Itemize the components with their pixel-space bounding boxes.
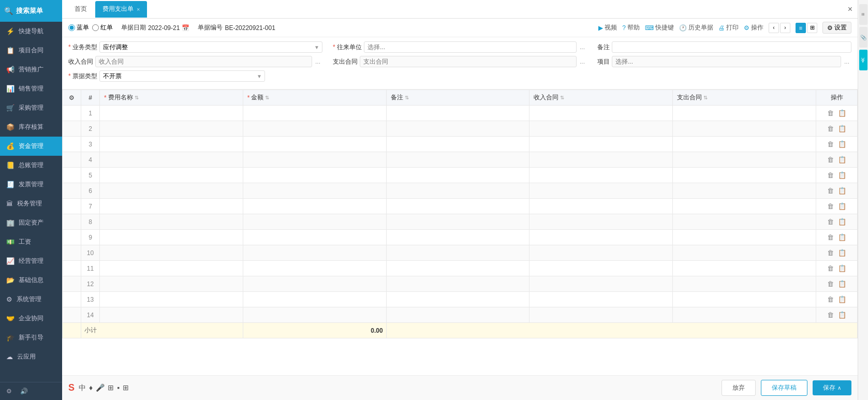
row-remark-cell[interactable] xyxy=(386,199,529,214)
income-contract-input[interactable] xyxy=(95,56,312,67)
red-bill-radio[interactable]: 红单 xyxy=(92,23,113,32)
row-remark-cell[interactable] xyxy=(386,276,529,292)
table-settings-icon[interactable]: ⚙ xyxy=(69,94,75,101)
row-income-contract-cell[interactable] xyxy=(529,214,673,230)
row-amount-cell[interactable] xyxy=(243,183,386,199)
counterpart-dots[interactable]: ... xyxy=(578,43,587,51)
print-btn[interactable]: 🖨 打印 xyxy=(718,23,739,32)
shortcut-btn[interactable]: ⌨ 快捷键 xyxy=(645,23,674,32)
settings-btn[interactable]: ⚙ 设置 xyxy=(822,22,851,34)
sidebar-item-basic-info[interactable]: 📂 基础信息 xyxy=(0,271,62,290)
row-income-contract-cell[interactable] xyxy=(529,183,673,199)
row-expense-contract-cell[interactable] xyxy=(673,121,816,137)
row-remark-cell[interactable] xyxy=(386,245,529,261)
row-amount-cell[interactable] xyxy=(243,168,386,183)
income-contract-dots[interactable]: ... xyxy=(313,58,322,65)
right-btn-2[interactable]: 📎 xyxy=(859,27,867,48)
row-copy-icon[interactable]: 📋 xyxy=(837,217,847,227)
sidebar-item-ledger[interactable]: 📒 总账管理 xyxy=(0,156,62,175)
tab-close-icon[interactable]: × xyxy=(137,6,140,12)
right-btn-1[interactable]: ≡ xyxy=(859,4,867,25)
counterpart-input[interactable] xyxy=(364,41,577,53)
business-type-select[interactable]: 应付调整 xyxy=(99,41,322,53)
row-remark-cell[interactable] xyxy=(386,214,529,230)
sidebar-item-cloud[interactable]: ☁ 云应用 xyxy=(0,347,62,366)
sidebar-item-fixed-assets[interactable]: 🏢 固定资产 xyxy=(0,213,62,232)
sidebar-item-capital[interactable]: 💰 资金管理 xyxy=(0,137,62,156)
calendar-icon[interactable]: 📅 xyxy=(182,24,189,32)
row-expense-contract-cell[interactable] xyxy=(673,230,816,245)
row-delete-icon[interactable]: 🗑 xyxy=(826,248,835,258)
row-expense-contract-cell[interactable] xyxy=(673,261,816,276)
abandon-button[interactable]: 放弃 xyxy=(722,380,756,396)
row-delete-icon[interactable]: 🗑 xyxy=(826,232,835,242)
sidebar-item-salary[interactable]: 💵 工资 xyxy=(0,232,62,251)
row-remark-cell[interactable] xyxy=(386,121,529,137)
nav-next-btn[interactable]: › xyxy=(780,23,790,33)
row-remark-cell[interactable] xyxy=(386,292,529,307)
sidebar-item-sys[interactable]: ⚙ 系统管理 xyxy=(0,290,62,309)
row-income-contract-cell[interactable] xyxy=(529,307,673,323)
row-amount-cell[interactable] xyxy=(243,292,386,307)
tab-expense[interactable]: 费用支出单 × xyxy=(95,1,147,18)
logo-icon-1[interactable]: 中 xyxy=(79,383,86,393)
history-btn[interactable]: 🕐 历史单据 xyxy=(679,23,713,32)
row-income-contract-cell[interactable] xyxy=(529,152,673,168)
col-settings-header[interactable]: ⚙ xyxy=(63,90,81,106)
row-expense-contract-cell[interactable] xyxy=(673,106,816,121)
remark-input[interactable] xyxy=(612,41,851,53)
row-remark-cell[interactable] xyxy=(386,307,529,323)
col-expense-name-header[interactable]: * 费用名称 ⇅ xyxy=(100,90,243,106)
row-amount-cell[interactable] xyxy=(243,245,386,261)
row-delete-icon[interactable]: 🗑 xyxy=(826,294,835,304)
sidebar-item-marketing[interactable]: 📢 营销推广 xyxy=(0,60,62,79)
row-delete-icon[interactable]: 🗑 xyxy=(826,263,835,273)
row-income-contract-cell[interactable] xyxy=(529,292,673,307)
row-delete-icon[interactable]: 🗑 xyxy=(826,139,835,149)
logo-icon-6[interactable]: ⊞ xyxy=(123,383,129,393)
row-income-contract-cell[interactable] xyxy=(529,121,673,137)
row-expense-contract-cell[interactable] xyxy=(673,168,816,183)
row-expense-contract-cell[interactable] xyxy=(673,245,816,261)
row-amount-cell[interactable] xyxy=(243,307,386,323)
row-delete-icon[interactable]: 🗑 xyxy=(826,155,835,165)
sidebar-search[interactable]: 🔍 搜索菜单 xyxy=(0,0,62,22)
sidebar-item-enterprise[interactable]: 🤝 企业协同 xyxy=(0,309,62,328)
row-expense-contract-cell[interactable] xyxy=(673,307,816,323)
sidebar-item-newbie[interactable]: 🎓 新手引导 xyxy=(0,328,62,347)
row-expense-name-cell[interactable] xyxy=(100,106,243,121)
row-delete-icon[interactable]: 🗑 xyxy=(826,186,835,196)
row-amount-cell[interactable] xyxy=(243,152,386,168)
sidebar-item-inventory[interactable]: 📦 库存核算 xyxy=(0,117,62,137)
expense-contract-dots[interactable]: ... xyxy=(578,58,587,65)
row-expense-name-cell[interactable] xyxy=(100,137,243,152)
row-remark-cell[interactable] xyxy=(386,230,529,245)
row-amount-cell[interactable] xyxy=(243,214,386,230)
row-income-contract-cell[interactable] xyxy=(529,168,673,183)
row-copy-icon[interactable]: 📋 xyxy=(837,201,847,211)
logo-icon-3[interactable]: 🎤 xyxy=(96,383,105,393)
project-dots[interactable]: ... xyxy=(842,58,851,65)
row-remark-cell[interactable] xyxy=(386,152,529,168)
row-copy-icon[interactable]: 📋 xyxy=(837,155,847,165)
sidebar-item-purchase[interactable]: 🛒 采购管理 xyxy=(0,98,62,117)
row-amount-cell[interactable] xyxy=(243,199,386,214)
actions-btn[interactable]: ⚙ 操作 xyxy=(744,23,763,32)
row-delete-icon[interactable]: 🗑 xyxy=(826,217,835,227)
row-expense-contract-cell[interactable] xyxy=(673,137,816,152)
row-expense-name-cell[interactable] xyxy=(100,276,243,292)
blue-bill-radio[interactable]: 蓝单 xyxy=(68,23,89,32)
row-remark-cell[interactable] xyxy=(386,183,529,199)
row-income-contract-cell[interactable] xyxy=(529,106,673,121)
save-button[interactable]: 保存 ∧ xyxy=(813,380,851,395)
invoice-type-select[interactable]: 不开票 xyxy=(99,70,265,82)
row-expense-name-cell[interactable] xyxy=(100,199,243,214)
row-income-contract-cell[interactable] xyxy=(529,245,673,261)
row-remark-cell[interactable] xyxy=(386,261,529,276)
row-income-contract-cell[interactable] xyxy=(529,199,673,214)
row-remark-cell[interactable] xyxy=(386,106,529,121)
row-amount-cell[interactable] xyxy=(243,121,386,137)
row-expense-name-cell[interactable] xyxy=(100,183,243,199)
view-grid-btn[interactable]: ⊞ xyxy=(807,23,817,33)
nav-prev-btn[interactable]: ‹ xyxy=(769,23,779,33)
